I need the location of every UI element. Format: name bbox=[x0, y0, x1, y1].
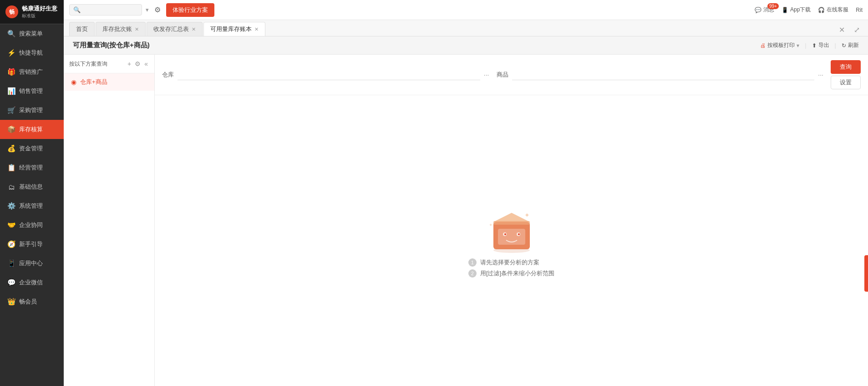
sidebar-item-label: 搜索菜单 bbox=[19, 30, 43, 38]
tab-available-label: 可用量库存账本 bbox=[210, 25, 252, 33]
sidebar-item-finance[interactable]: 💰 资金管理 bbox=[0, 139, 64, 158]
handshake-icon: 🤝 bbox=[7, 221, 15, 229]
tab-batch[interactable]: 库存批次账 ✕ bbox=[96, 22, 146, 36]
sidebar-item-marketing[interactable]: 🎁 营销推广 bbox=[0, 62, 64, 82]
sidebar: 畅 畅康通好生意 标准版 🔍 搜索菜单 ⚡ 快捷导航 🎁 营销推广 📊 销售管理… bbox=[0, 0, 64, 386]
export-action[interactable]: ⬆ 导出 bbox=[812, 41, 829, 49]
sidebar-item-system[interactable]: ⚙️ 系统管理 bbox=[0, 196, 64, 216]
tab-available-close[interactable]: ✕ bbox=[254, 26, 259, 32]
app-download-button[interactable]: 📱 App下载 bbox=[782, 6, 811, 14]
goods-filter-input[interactable] bbox=[512, 69, 815, 80]
sidebar-item-newbie[interactable]: 🧭 新手引导 bbox=[0, 235, 64, 254]
topbar: 🔍 ▾ ⚙ 体验行业方案 💬 消息 99+ 📱 App下载 🎧 在线客服 Rit bbox=[64, 0, 868, 20]
empty-state: ✦ ✦ 1 请先选择要分析的方案 2 用[过滤]条件来缩小分析范围 bbox=[155, 95, 868, 386]
scheme-item-warehouse-goods[interactable]: ◉ 仓库+商品 bbox=[64, 73, 154, 91]
hint-num-1: 1 bbox=[468, 258, 477, 267]
trial-industry-button[interactable]: 体验行业方案 bbox=[166, 3, 214, 17]
tab-batch-close[interactable]: ✕ bbox=[135, 26, 139, 32]
sidebar-item-label: 畅会员 bbox=[19, 298, 37, 306]
sidebar-item-enterprise[interactable]: 🤝 企业协同 bbox=[0, 216, 64, 235]
sidebar-item-purchase[interactable]: 🛒 采购管理 bbox=[0, 101, 64, 120]
sidebar-item-search[interactable]: 🔍 搜索菜单 bbox=[0, 24, 64, 43]
sidebar-item-member[interactable]: 👑 畅会员 bbox=[0, 292, 64, 311]
print-dropdown-icon[interactable]: ▾ bbox=[797, 42, 799, 49]
query-button[interactable]: 查询 bbox=[831, 60, 861, 74]
chart-icon: 📊 bbox=[7, 87, 15, 95]
close-window-icon[interactable]: ✕ bbox=[836, 24, 848, 36]
warehouse-more-icon[interactable]: ··· bbox=[484, 71, 489, 78]
warehouse-filter-input[interactable] bbox=[178, 69, 480, 80]
sidebar-nav: 🔍 搜索菜单 ⚡ 快捷导航 🎁 营销推广 📊 销售管理 🛒 采购管理 📦 库存核… bbox=[0, 24, 64, 386]
scheme-add-button[interactable]: + bbox=[127, 59, 132, 68]
sidebar-item-label: 快捷导航 bbox=[19, 49, 43, 57]
lightning-icon: ⚡ bbox=[7, 49, 15, 57]
sidebar-item-label: 企业微信 bbox=[19, 278, 43, 287]
filter-settings-button[interactable]: 设置 bbox=[831, 76, 861, 89]
tab-home[interactable]: 首页 bbox=[69, 22, 95, 36]
sidebar-item-label: 经营管理 bbox=[19, 164, 43, 172]
empty-illustration: ✦ ✦ bbox=[484, 204, 539, 249]
page-actions: 🖨 按模板打印 ▾ | ⬆ 导出 | ↻ 刷新 bbox=[760, 41, 859, 49]
svg-point-7 bbox=[518, 233, 520, 235]
sidebar-item-appstore[interactable]: 📱 应用中心 bbox=[0, 254, 64, 273]
scheme-settings-button[interactable]: ⚙ bbox=[134, 59, 142, 68]
search-input[interactable] bbox=[82, 7, 128, 13]
sidebar-item-label: 资金管理 bbox=[19, 144, 43, 153]
tab-batch-label: 库存批次账 bbox=[102, 25, 132, 33]
filter-row: 仓库 ··· 商品 ··· 查询 设置 bbox=[155, 55, 868, 95]
customer-service-button[interactable]: 🎧 在线客服 bbox=[818, 6, 848, 14]
app-logo: 畅 bbox=[5, 5, 18, 18]
search-icon: 🔍 bbox=[73, 6, 81, 13]
expand-window-icon[interactable]: ⤢ bbox=[851, 24, 863, 36]
search-box[interactable]: 🔍 bbox=[69, 4, 142, 15]
topbar-actions: 💬 消息 99+ 📱 App下载 🎧 在线客服 Rit bbox=[755, 6, 863, 14]
sidebar-item-sales[interactable]: 📊 销售管理 bbox=[0, 82, 64, 101]
tab-home-label: 首页 bbox=[76, 25, 88, 33]
divider: | bbox=[805, 42, 806, 49]
customer-service-label: 在线客服 bbox=[827, 6, 848, 14]
refresh-action[interactable]: ↻ 刷新 bbox=[842, 41, 859, 49]
warehouse-filter-group: 仓库 ··· bbox=[162, 69, 489, 80]
svg-rect-2 bbox=[493, 221, 530, 225]
hint-num-2: 2 bbox=[468, 269, 477, 278]
gear-icon: ⚙️ bbox=[7, 202, 15, 210]
tab-summary-close[interactable]: ✕ bbox=[192, 26, 196, 32]
mobile-icon: 📱 bbox=[7, 259, 15, 268]
main-area: 🔍 ▾ ⚙ 体验行业方案 💬 消息 99+ 📱 App下载 🎧 在线客服 Rit bbox=[64, 0, 868, 386]
empty-hint-2: 2 用[过滤]条件来缩小分析范围 bbox=[468, 269, 554, 278]
export-icon: ⬆ bbox=[812, 42, 817, 49]
money-icon: 💰 bbox=[7, 144, 15, 153]
filter-area: 仓库 ··· 商品 ··· 查询 设置 bbox=[155, 55, 868, 386]
search-icon: 🔍 bbox=[7, 30, 15, 38]
print-action[interactable]: 🖨 按模板打印 ▾ bbox=[760, 41, 799, 49]
print-icon: 🖨 bbox=[760, 42, 766, 49]
sidebar-item-wechat[interactable]: 💬 企业微信 bbox=[0, 273, 64, 292]
sidebar-item-basic[interactable]: 🗂 基础信息 bbox=[0, 177, 64, 196]
scheme-header-actions: + ⚙ « bbox=[127, 59, 149, 68]
page-title: 可用量查询(按仓库+商品) bbox=[73, 41, 150, 50]
user-menu[interactable]: Rit bbox=[856, 7, 863, 13]
headset-icon: 🎧 bbox=[818, 7, 825, 13]
content-area: 按以下方案查询 + ⚙ « ◉ 仓库+商品 仓库 ··· bbox=[64, 55, 868, 386]
export-label: 导出 bbox=[818, 41, 829, 49]
goods-more-icon[interactable]: ··· bbox=[818, 71, 823, 78]
window-controls: ✕ ⤢ bbox=[836, 24, 863, 36]
goods-filter-group: 商品 ··· bbox=[497, 69, 824, 80]
message-button[interactable]: 💬 消息 99+ bbox=[755, 6, 774, 14]
scheme-collapse-button[interactable]: « bbox=[143, 59, 149, 68]
scheme-panel: 按以下方案查询 + ⚙ « ◉ 仓库+商品 bbox=[64, 55, 155, 386]
app-edition: 标准版 bbox=[22, 13, 57, 19]
right-scroll-indicator[interactable] bbox=[864, 255, 868, 292]
scheme-header-title: 按以下方案查询 bbox=[69, 60, 107, 68]
sidebar-item-operation[interactable]: 📋 经营管理 bbox=[0, 158, 64, 177]
folder-icon: 🗂 bbox=[7, 183, 15, 191]
refresh-label: 刷新 bbox=[848, 41, 859, 49]
sidebar-item-shortcut[interactable]: ⚡ 快捷导航 bbox=[0, 43, 64, 62]
tab-available[interactable]: 可用量库存账本 ✕ bbox=[203, 22, 265, 36]
settings-icon[interactable]: ⚙ bbox=[152, 4, 162, 16]
scheme-header: 按以下方案查询 + ⚙ « bbox=[64, 55, 154, 73]
tab-summary[interactable]: 收发存汇总表 ✕ bbox=[147, 22, 203, 36]
sidebar-item-inventory[interactable]: 📦 库存核算 bbox=[0, 120, 64, 139]
dropdown-icon[interactable]: ▾ bbox=[146, 6, 149, 13]
box-icon: 📦 bbox=[7, 125, 15, 134]
